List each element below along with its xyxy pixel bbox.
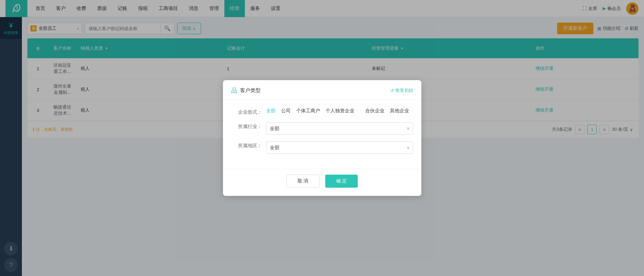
enterprise-form-row: 企业形式： 全部 公司 个体工商户 个人独资企业 合伙企业 其他企业 [231, 108, 413, 115]
industry-select[interactable]: 全部 [266, 122, 413, 135]
modal-footer: 取 消 确 定 [223, 169, 421, 196]
confirm-button[interactable]: 确 定 [325, 175, 358, 188]
industry-form-row: 所属行业： 全部 [231, 122, 413, 135]
reset-icon: ↺ [390, 88, 394, 93]
modal-reset-button[interactable]: ↺ 恢复初始 [390, 87, 413, 93]
modal-header: 品 客户类型 ↺ 恢复初始 [223, 80, 421, 100]
filter-modal: 品 客户类型 ↺ 恢复初始 企业形式： 全部 公司 个体工商户 个人独资企业 [223, 80, 421, 196]
industry-select-wrapper: 全部 [266, 122, 413, 135]
type-option-partnership[interactable]: 合伙企业 [365, 108, 384, 114]
modal-title-icon: 品 [231, 86, 237, 95]
type-option-company[interactable]: 公司 [281, 108, 291, 114]
region-select[interactable]: 全部 [266, 141, 413, 154]
enterprise-type-options: 全部 公司 个体工商户 个人独资企业 合伙企业 其他企业 [266, 108, 413, 114]
type-option-all[interactable]: 全部 [266, 108, 276, 114]
type-option-other-enterprise[interactable]: 其他企业 [390, 108, 409, 114]
enterprise-form-label: 企业形式： [231, 108, 262, 115]
region-select-wrapper: 全部 [266, 141, 413, 154]
region-form-row: 所属地区： 全部 [231, 141, 413, 154]
industry-select-container: 全部 [266, 122, 413, 135]
type-option-individual-business[interactable]: 个体工商户 [296, 108, 320, 114]
cancel-button[interactable]: 取 消 [286, 175, 320, 188]
type-option-sole-proprietorship[interactable]: 个人独资企业 [326, 108, 354, 114]
modal-title: 品 客户类型 [231, 86, 261, 95]
industry-label: 所属行业： [231, 122, 262, 130]
modal-overlay[interactable]: 品 客户类型 ↺ 恢复初始 企业形式： 全部 公司 个体工商户 个人独资企业 [0, 0, 644, 276]
modal-body: 企业形式： 全部 公司 个体工商户 个人独资企业 合伙企业 其他企业 所属行业： [223, 100, 421, 169]
region-label: 所属地区： [231, 141, 262, 149]
region-select-container: 全部 [266, 141, 413, 154]
enterprise-form-content: 全部 公司 个体工商户 个人独资企业 合伙企业 其他企业 [266, 108, 413, 114]
